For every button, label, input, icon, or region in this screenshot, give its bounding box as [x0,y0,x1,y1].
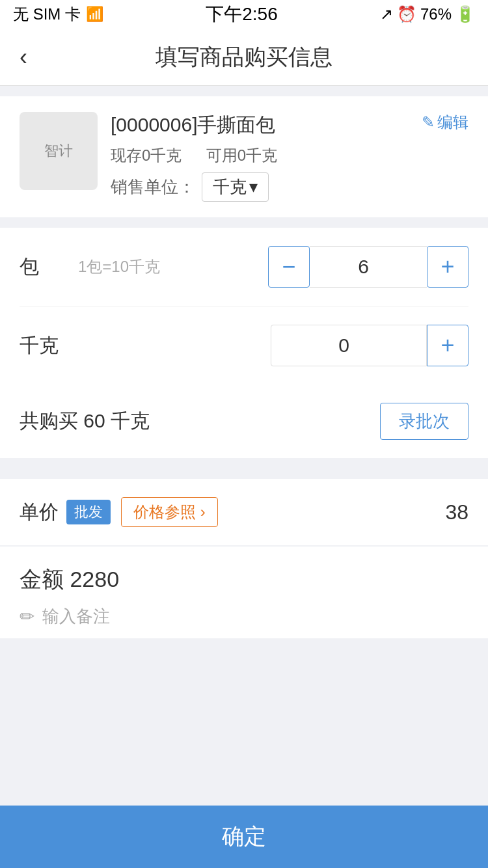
kg-quantity-input[interactable] [271,325,427,366]
kg-controls: + [271,325,468,366]
price-label: 单价 [20,499,59,526]
nav-bar: ‹ 填写商品购买信息 [0,29,488,86]
edit-icon: ✎ [422,113,435,131]
edit-label: 编辑 [437,112,468,133]
unit-label: 销售单位： [111,176,195,198]
input-section: 包 1包=10千克 − + 千克 + [0,228,488,385]
price-section: 单价 批发 价格参照 › 38 [0,479,488,545]
amount-label: 金额 [20,567,64,591]
bao-hint: 1包=10千克 [78,256,160,277]
price-type-tag: 批发 [66,500,111,524]
available-text: 可用0千克 [206,146,277,164]
back-button[interactable]: ‹ [20,44,27,71]
unit-value: 千克 [213,176,247,198]
product-logo: 智计 [44,141,73,161]
product-image: 智计 [20,112,98,190]
dropdown-arrow-icon: ▾ [249,177,258,197]
bao-quantity-input[interactable] [310,246,427,288]
price-ref-button[interactable]: 价格参照 › [121,497,218,527]
note-row[interactable]: ✏ 输入备注 [20,605,468,628]
bao-label: 包 [20,254,72,280]
pencil-icon: ✏ [20,606,34,627]
kg-plus-button[interactable]: + [427,325,468,366]
divider-2 [0,458,488,468]
unit-select[interactable]: 千克 ▾ [202,172,269,202]
alarm-icon: ⏰ [397,5,416,23]
bao-plus-button[interactable]: + [427,246,468,288]
product-info-header: [0000006]手撕面包 ✎ 编辑 [111,112,468,145]
product-name: [0000006]手撕面包 [111,112,275,139]
product-info: [0000006]手撕面包 ✎ 编辑 现存0千克 可用0千克 销售单位： 千克 … [111,112,468,202]
divider-1 [0,217,488,228]
confirm-button[interactable]: 确定 [0,806,488,868]
product-edit-button[interactable]: ✎ 编辑 [422,112,468,133]
stock-text: 现存0千克 [111,146,182,164]
battery-icon: 🔋 [455,5,475,23]
status-right: ↗ ⏰ 76% 🔋 [380,5,475,23]
wifi-icon: 📶 [86,6,103,23]
kg-input-row: 千克 + [20,306,468,385]
status-left: 无 SIM 卡 📶 [13,4,103,25]
bao-stepper: − + [268,246,468,288]
total-label: 共购买 60 千克 [20,408,150,435]
battery-text: 76% [420,5,452,23]
status-time: 下午2:56 [206,2,278,27]
amount-row: 金额 2280 [20,565,468,595]
bottom-space [0,638,488,716]
price-value: 38 [445,500,468,524]
status-bar: 无 SIM 卡 📶 下午2:56 ↗ ⏰ 76% 🔋 [0,0,488,29]
amount-section: 金额 2280 ✏ 输入备注 [0,547,488,638]
kg-label: 千克 [20,332,72,359]
product-unit-row: 销售单位： 千克 ▾ [111,172,468,202]
page-title: 填写商品购买信息 [156,42,332,72]
bao-minus-button[interactable]: − [268,246,310,288]
location-icon: ↗ [380,5,393,23]
amount-value: 2280 [70,567,119,591]
product-stock: 现存0千克 可用0千克 [111,145,468,166]
carrier-text: 无 SIM 卡 [13,4,81,25]
note-placeholder: 输入备注 [42,605,110,628]
bao-input-row: 包 1包=10千克 − + [20,228,468,306]
batch-button[interactable]: 录批次 [380,403,468,440]
total-row: 共购买 60 千克 录批次 [0,385,488,458]
product-card: 智计 [0000006]手撕面包 ✎ 编辑 现存0千克 可用0千克 销售单位： … [0,96,488,217]
